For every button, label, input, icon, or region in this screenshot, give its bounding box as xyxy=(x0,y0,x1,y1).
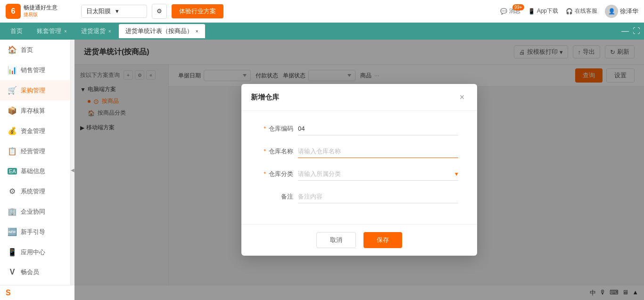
sidebar-company-label: 企业协同 xyxy=(21,208,45,216)
sidebar-item-inventory[interactable]: 📦 库存核算 xyxy=(0,100,70,121)
home-icon: 🏠 xyxy=(8,45,17,54)
store-dropdown-icon: ▾ xyxy=(116,8,142,15)
tab-purchase-return-label: 进货退货 xyxy=(81,27,106,35)
tab-account-close-icon[interactable]: × xyxy=(64,29,67,34)
member-icon: V xyxy=(8,268,17,276)
warehouse-name-input[interactable] xyxy=(298,145,458,158)
modal-header: 新增仓库 × xyxy=(241,84,477,111)
tab-actions: — ⛶ xyxy=(621,27,640,35)
required-star-name: * xyxy=(264,148,266,155)
content-area: 进货单统计(按商品) 🖨 按模板打印 ▾ ↑ 导出 ↻ 刷新 xyxy=(74,40,644,300)
app-icon: 📱 xyxy=(528,8,535,15)
form-row-note: 备注 xyxy=(260,190,458,203)
required-star-category: * xyxy=(264,170,266,177)
tab-home[interactable]: 首页 xyxy=(4,24,29,38)
user-name: 徐泽华 xyxy=(620,7,638,16)
top-header: 6 畅捷通好生意 捷易版 日太阳膜 ▾ ⚙ 体验行业方案 💬 消息 99+ 📱 … xyxy=(0,0,644,23)
message-button[interactable]: 💬 消息 99+ xyxy=(500,7,520,15)
app-download-button[interactable]: 📱 App下载 xyxy=(528,7,558,15)
sidebar-operation-label: 经营管理 xyxy=(21,147,45,156)
tab-account-label: 账套管理 xyxy=(37,27,61,35)
sidebar-member-label: 畅会员 xyxy=(21,268,39,276)
sidebar: 🏠 首页 📊 销售管理 🛒 采购管理 📦 库存核算 💰 资金管理 📋 经营管理 … xyxy=(0,40,71,300)
sidebar-item-basic[interactable]: EA 基础信息 xyxy=(0,161,70,181)
warehouse-note-input[interactable] xyxy=(298,190,458,203)
settings-gear-button[interactable]: ⚙ xyxy=(152,4,167,19)
tab-purchase-stats-label: 进货单统计表（按商品） xyxy=(125,27,193,35)
user-avatar: 👤 xyxy=(605,5,618,18)
finance-icon: 💰 xyxy=(8,126,17,135)
sidebar-sales-label: 销售管理 xyxy=(21,66,45,75)
sidebar-item-system[interactable]: ⚙ 系统管理 xyxy=(0,181,70,201)
tab-purchase-return[interactable]: 进货退货 × xyxy=(74,24,118,38)
app-label: App下载 xyxy=(537,7,558,15)
app-logo-icon: 6 xyxy=(6,4,21,19)
bottom-logo-icon: S xyxy=(6,289,11,297)
warehouse-category-input[interactable] xyxy=(298,167,455,180)
operation-icon: 📋 xyxy=(8,147,17,156)
store-name: 日太阳膜 xyxy=(86,7,113,16)
sidebar-item-operation[interactable]: 📋 经营管理 xyxy=(0,141,70,161)
modal-close-button[interactable]: × xyxy=(456,92,468,103)
tab-minimize-icon[interactable]: — xyxy=(621,27,629,35)
logo-area: 6 畅捷通好生意 捷易版 xyxy=(6,4,76,19)
company-icon: 🏢 xyxy=(8,207,17,216)
app-sub: 捷易版 xyxy=(24,11,58,18)
sidebar-item-finance[interactable]: 💰 资金管理 xyxy=(0,121,70,141)
form-row-code: * 仓库编码 xyxy=(260,122,458,135)
message-badge: 99+ xyxy=(512,4,524,10)
sidebar-collapse-handle[interactable]: ◀ xyxy=(71,40,74,300)
online-service-button[interactable]: 🎧 在线客服 xyxy=(566,7,597,15)
inventory-icon: 📦 xyxy=(8,106,17,115)
collapse-arrow-icon: ◀ xyxy=(71,167,74,173)
tab-account[interactable]: 账套管理 × xyxy=(30,24,74,38)
cancel-button[interactable]: 取消 xyxy=(316,232,356,248)
sidebar-item-company[interactable]: 🏢 企业协同 xyxy=(0,201,70,222)
gear-icon: ⚙ xyxy=(157,8,162,15)
tab-home-label: 首页 xyxy=(10,27,23,35)
service-label: 在线客服 xyxy=(575,7,597,15)
category-select-wrapper[interactable]: ▾ xyxy=(298,167,458,181)
sidebar-finance-label: 资金管理 xyxy=(21,127,45,135)
modal-title: 新增仓库 xyxy=(251,93,279,102)
new-warehouse-modal: 新增仓库 × * 仓库编码 * 仓库名称 xyxy=(241,84,477,256)
save-button[interactable]: 保存 xyxy=(363,232,402,248)
apps-icon: 📱 xyxy=(8,248,17,257)
sidebar-apps-label: 应用中心 xyxy=(21,248,45,257)
user-avatar-area[interactable]: 👤 徐泽华 xyxy=(605,5,638,18)
tab-purchase-stats[interactable]: 进货单统计表（按商品） × xyxy=(119,24,205,38)
modal-body: * 仓库编码 * 仓库名称 * xyxy=(241,111,477,224)
sidebar-item-purchase[interactable]: 🛒 采购管理 xyxy=(0,80,70,100)
trial-button[interactable]: 体验行业方案 xyxy=(172,4,223,18)
sidebar-system-label: 系统管理 xyxy=(21,187,45,196)
tab-expand-icon[interactable]: ⛶ xyxy=(633,27,640,35)
sidebar-inventory-label: 库存核算 xyxy=(21,107,45,115)
form-row-name: * 仓库名称 xyxy=(260,145,458,158)
purchase-icon: 🛒 xyxy=(8,86,17,95)
sidebar-item-apps[interactable]: 📱 应用中心 xyxy=(0,242,70,262)
category-dropdown-icon: ▾ xyxy=(455,170,458,177)
sidebar-item-sales[interactable]: 📊 销售管理 xyxy=(0,60,70,80)
tab-purchase-return-close-icon[interactable]: × xyxy=(108,29,111,34)
sidebar-home-label: 首页 xyxy=(21,46,33,54)
main-layout: 🏠 首页 📊 销售管理 🛒 采购管理 📦 库存核算 💰 资金管理 📋 经营管理 … xyxy=(0,40,644,300)
guide-icon: 🆕 xyxy=(8,227,17,236)
modal-overlay: 新增仓库 × * 仓库编码 * 仓库名称 xyxy=(74,40,644,300)
warehouse-code-input[interactable] xyxy=(298,122,458,135)
sidebar-item-home[interactable]: 🏠 首页 xyxy=(0,40,70,60)
basic-info-icon: EA xyxy=(8,168,17,175)
sidebar-item-member[interactable]: V 畅会员 xyxy=(0,262,70,282)
note-label: 备注 xyxy=(260,192,298,201)
app-logo-text: 畅捷通好生意 捷易版 xyxy=(24,4,58,18)
store-selector[interactable]: 日太阳膜 ▾ xyxy=(81,5,147,18)
system-icon: ⚙ xyxy=(8,187,17,196)
sidebar-basic-label: 基础信息 xyxy=(21,167,45,175)
tab-purchase-stats-close-icon[interactable]: × xyxy=(196,29,198,34)
header-right: 💬 消息 99+ 📱 App下载 🎧 在线客服 👤 徐泽华 xyxy=(500,5,638,18)
modal-footer: 取消 保存 xyxy=(241,224,477,256)
form-row-category: * 仓库分类 ▾ xyxy=(260,167,458,181)
name-label: * 仓库名称 xyxy=(260,147,298,156)
tab-bar: 首页 账套管理 × 进货退货 × 进货单统计表（按商品） × — ⛶ xyxy=(0,23,644,40)
sidebar-purchase-label: 采购管理 xyxy=(21,86,45,95)
sidebar-item-guide[interactable]: 🆕 新手引导 xyxy=(0,222,70,242)
